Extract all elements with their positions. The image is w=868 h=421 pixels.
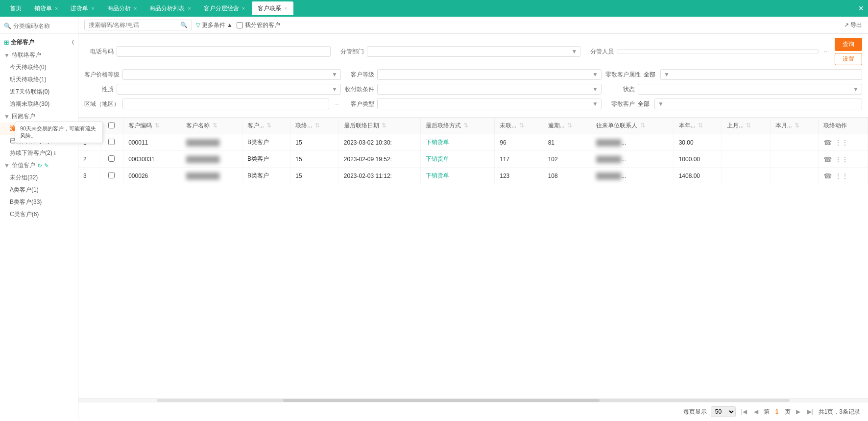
- tab-sales[interactable]: 销货单 ×: [28, 1, 64, 15]
- overdue-sort-icon[interactable]: ⇅: [567, 122, 572, 129]
- sidebar-item-tomorrow[interactable]: 明天待联络(1): [0, 74, 78, 86]
- contact-method-link-0[interactable]: 下销货单: [426, 139, 449, 146]
- year-sort-icon[interactable]: ⇅: [698, 122, 703, 129]
- th-checkbox[interactable]: [100, 118, 123, 134]
- contacts-sort-icon[interactable]: ⇅: [640, 122, 645, 129]
- sidebar-item-class-c[interactable]: C类客户(6): [0, 208, 78, 221]
- tab-customer-contact[interactable]: 客户联系 ×: [252, 1, 293, 15]
- my-customers-checkbox-area[interactable]: 我分管的客户: [237, 21, 280, 29]
- sidebar-section-value[interactable]: ▼ 价值客户 ↻ ✎: [0, 159, 78, 172]
- tab-purchase-close[interactable]: ×: [91, 5, 94, 11]
- global-close-button[interactable]: ✕: [858, 4, 864, 12]
- more-action-icon-1[interactable]: ⋮⋮: [835, 155, 848, 163]
- more-action-icon-0[interactable]: ⋮⋮: [835, 139, 848, 147]
- sidebar-item-class-b[interactable]: B类客户(33): [0, 196, 78, 208]
- scrollbar-track[interactable]: [157, 399, 790, 402]
- row-last-method-0[interactable]: 下销货单: [420, 134, 495, 151]
- status-select[interactable]: ▼: [638, 84, 862, 95]
- tab-customer-contact-close[interactable]: ×: [284, 5, 287, 11]
- manager-more[interactable]: ···: [822, 48, 831, 55]
- filter-row-1: 电话号码 分管部门 ▼ 分管人员 ···: [84, 38, 862, 65]
- region-input[interactable]: [122, 99, 329, 109]
- first-page-btn[interactable]: |◀: [740, 408, 748, 415]
- horizontal-scrollbar[interactable]: [78, 398, 868, 402]
- more-action-icon-2[interactable]: ⋮⋮: [835, 172, 848, 180]
- name-sort-icon[interactable]: ⇅: [213, 122, 217, 129]
- next-page-btn[interactable]: ▶: [795, 408, 802, 415]
- filter-field-nature: 性质 ▼: [84, 84, 341, 95]
- select-all-checkbox[interactable]: [108, 122, 115, 128]
- table-container: ⚙ 客户编码 ⇅ 客户名称 ⇅ 客户... ⇅ 联络... ⇅ 最后联络日期 ⇅…: [78, 118, 868, 398]
- contact-method-link-2[interactable]: 下销货单: [426, 172, 449, 179]
- method-sort-icon[interactable]: ⇅: [463, 122, 468, 129]
- row-checkbox-1[interactable]: [100, 151, 123, 168]
- dept-label: 分管部门: [335, 48, 364, 56]
- row-last-method-1[interactable]: 下销货单: [420, 151, 495, 168]
- my-customers-checkbox[interactable]: [237, 22, 243, 28]
- this-month-sort-icon[interactable]: ⇅: [795, 122, 799, 129]
- tab-analysis-list[interactable]: 商品分析列表 ×: [144, 1, 196, 15]
- last-page-btn[interactable]: ▶|: [806, 408, 815, 415]
- sidebar-item-overdue[interactable]: 逾期未联络(30): [0, 98, 78, 110]
- customer-level-select[interactable]: ▼: [377, 69, 602, 80]
- refresh-icon[interactable]: ↻: [37, 162, 42, 169]
- tab-analysis[interactable]: 商品分析 ×: [101, 1, 143, 15]
- row-checkbox-0[interactable]: [100, 134, 123, 151]
- tab-analysis-list-close[interactable]: ×: [188, 5, 191, 11]
- phone-input[interactable]: [117, 46, 331, 57]
- settings-button[interactable]: 设置: [835, 53, 862, 65]
- nature-select[interactable]: ▼: [117, 84, 341, 95]
- zero-customer-select[interactable]: ▼: [654, 99, 862, 109]
- export-btn[interactable]: ↗ 导出: [844, 21, 862, 29]
- search-input[interactable]: [89, 22, 178, 28]
- per-page-label: 每页显示: [683, 408, 707, 416]
- sidebar-all-customers-label: 全部客户: [11, 38, 34, 47]
- per-page-select[interactable]: 50 100 200: [711, 406, 736, 417]
- more-conditions-btn[interactable]: ▽ 更多条件 ▲: [196, 21, 233, 29]
- dept-select[interactable]: ▼: [367, 46, 581, 57]
- code-sort-icon[interactable]: ⇅: [155, 122, 160, 129]
- row-last-method-2[interactable]: 下销货单: [420, 168, 495, 184]
- contact-action-icon-2[interactable]: ☎: [823, 172, 832, 180]
- last-month-sort-icon[interactable]: ⇅: [746, 122, 751, 129]
- type-sort-icon[interactable]: ⇅: [266, 122, 271, 129]
- sidebar-item-class-a[interactable]: A类客户(1): [0, 184, 78, 196]
- row-checkbox-2[interactable]: [100, 168, 123, 184]
- price-level-select[interactable]: ▼: [122, 69, 341, 80]
- contact-action-icon-0[interactable]: ☎: [823, 139, 832, 147]
- sidebar-item-declining[interactable]: 持续下滑客户(2) ℹ: [0, 147, 78, 159]
- customer-level-arrow: ▼: [592, 71, 598, 78]
- tab-sales-close[interactable]: ×: [55, 5, 58, 11]
- prev-page-btn[interactable]: ◀: [752, 408, 760, 415]
- edit-icon[interactable]: ✎: [44, 162, 49, 169]
- contact-method-link-1[interactable]: 下销货单: [426, 155, 449, 162]
- main-layout: 🔍 ⊞ 全部客户 《 ▼ 待联络客户 今天待联络(0) 明天待联络(1) 近7天…: [0, 17, 868, 421]
- sidebar-item-7days[interactable]: 近7天待联络(0): [0, 86, 78, 98]
- manager-select[interactable]: [617, 50, 819, 53]
- date-sort-icon[interactable]: ⇅: [382, 122, 386, 129]
- tab-customer-layer[interactable]: 客户分层经营 ×: [198, 1, 251, 15]
- sidebar-all-customers[interactable]: ⊞ 全部客户 《: [0, 36, 78, 49]
- sidebar-item-today[interactable]: 今天待联络(0): [0, 61, 78, 74]
- tab-analysis-close[interactable]: ×: [134, 5, 137, 11]
- region-more[interactable]: ···: [332, 100, 341, 107]
- query-button[interactable]: 查询: [835, 38, 862, 51]
- sidebar-search-input[interactable]: [13, 23, 74, 29]
- customer-type-select[interactable]: ▼: [377, 99, 602, 109]
- sidebar-item-ungroup[interactable]: 未分组(32): [0, 172, 78, 184]
- tab-purchase[interactable]: 进货单 ×: [65, 1, 100, 15]
- tab-home[interactable]: 首页: [4, 1, 27, 15]
- payment-select[interactable]: ▼: [377, 84, 602, 95]
- zero-attr-select[interactable]: ▼: [660, 69, 862, 80]
- contact-sort-icon[interactable]: ⇅: [315, 122, 320, 129]
- contact-action-icon-1[interactable]: ☎: [823, 155, 832, 163]
- sidebar-section-pending[interactable]: ▼ 待联络客户: [0, 49, 78, 61]
- scrollbar-thumb[interactable]: [283, 399, 600, 402]
- unlisted-sort-icon[interactable]: ⇅: [519, 122, 524, 129]
- sidebar-section-churned[interactable]: ▼ 回跑客户: [0, 110, 78, 123]
- search-execute-icon[interactable]: 🔍: [180, 22, 188, 28]
- tab-customer-layer-close[interactable]: ×: [242, 5, 245, 11]
- zero-attr-value: 全部: [644, 71, 655, 79]
- region-label: 区域（地区）: [84, 100, 120, 108]
- row-contact-count-0: 15: [290, 134, 338, 151]
